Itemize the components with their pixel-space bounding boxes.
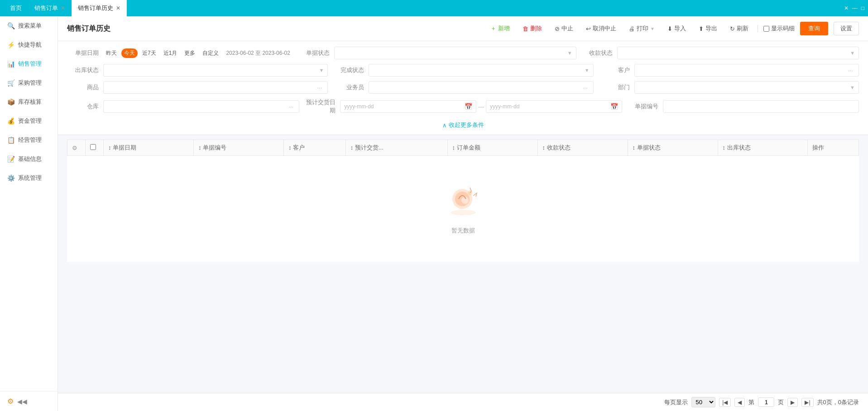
collapse-row[interactable]: ∧ 收起更多条件 <box>67 119 859 129</box>
window-close[interactable]: ✕ <box>844 5 849 11</box>
salesperson-input[interactable]: ··· <box>369 81 593 94</box>
delivery-date-from-input[interactable]: yyyy-mm-dd 📅 <box>340 100 476 113</box>
th-amount: ↕ 订单金额 <box>447 140 537 156</box>
th-checkbox <box>86 140 104 156</box>
warehouse-ellipsis[interactable]: ··· <box>287 103 295 110</box>
calendar-to-icon[interactable]: 📅 <box>610 103 618 110</box>
sidebar-item-sales[interactable]: 📊 销售管理 <box>0 54 58 73</box>
date-btn-today[interactable]: 今天 <box>121 48 138 58</box>
product-input[interactable]: ··· <box>103 81 328 94</box>
query-button[interactable]: 查询 <box>800 22 828 35</box>
sidebar-gear-icon[interactable]: ⚙ <box>7 397 14 406</box>
box-icon: 📦 <box>7 98 14 106</box>
display-columns-input[interactable] <box>763 26 769 32</box>
sidebar-item-inventory[interactable]: 📦 库存核算 <box>0 92 58 111</box>
sidebar-item-search[interactable]: 🔍 搜索菜单 <box>0 16 58 35</box>
delete-btn[interactable]: 🗑 删除 <box>519 23 546 34</box>
customer-ellipsis[interactable]: ··· <box>846 67 855 74</box>
cancel-stop-btn[interactable]: ↩ 取消中止 <box>582 23 620 34</box>
date-btn-7days[interactable]: 近7天 <box>139 48 159 58</box>
product-ellipsis[interactable]: ··· <box>315 84 324 91</box>
content-area: 销售订单历史 ＋ 新增 🗑 删除 ⊘ 中止 ↩ 取消中止 <box>58 16 868 411</box>
search-icon: 🔍 <box>7 22 14 29</box>
customer-input[interactable]: ··· <box>634 64 859 77</box>
settings-icon: ⚙️ <box>7 174 14 182</box>
refresh-icon: ↻ <box>730 25 735 32</box>
th-settings: ⚙ <box>67 140 86 156</box>
table-header: ⚙ ↕ 单据日期 ↕ 单据编号 <box>67 140 859 156</box>
refresh-btn[interactable]: ↻ 刷新 <box>726 23 752 34</box>
payment-status-arrow: ▼ <box>850 50 855 56</box>
completion-status-select[interactable]: ▼ <box>369 64 593 77</box>
stop-btn[interactable]: ⊘ 中止 <box>551 23 577 34</box>
cancel-icon: ↩ <box>586 25 591 32</box>
date-btn-1month[interactable]: 近1月 <box>161 48 180 58</box>
import-btn[interactable]: ⬇ 导入 <box>664 23 690 34</box>
new-btn[interactable]: ＋ 新增 <box>487 23 513 34</box>
sidebar-item-quick-nav[interactable]: ⚡ 快捷导航 <box>0 35 58 54</box>
last-page-btn[interactable]: ▶| <box>801 398 813 407</box>
tab-sales-order-history[interactable]: 销售订单历史 ✕ <box>72 0 127 16</box>
delivery-status-arrow: ▼ <box>319 68 324 73</box>
salesperson-ellipsis[interactable]: ··· <box>581 84 590 91</box>
window-controls: ✕ — □ <box>844 5 864 11</box>
product-label: 商品 <box>67 83 103 92</box>
plus-icon: ＋ <box>490 24 496 33</box>
th-payment-status: ↕ 收款状态 <box>537 140 628 156</box>
date-btn-custom[interactable]: 自定义 <box>200 48 221 58</box>
payment-status-select[interactable]: ▼ <box>617 47 859 59</box>
sidebar-item-finance[interactable]: 💰 资金管理 <box>0 111 58 131</box>
window-maximize[interactable]: □ <box>861 5 864 11</box>
select-all-checkbox[interactable] <box>90 144 96 150</box>
lightning-icon: ⚡ <box>7 41 14 48</box>
tab-home[interactable]: 首页 <box>4 0 28 16</box>
close-tab-sales-order[interactable]: ✕ <box>61 5 65 11</box>
order-no-input[interactable] <box>663 100 859 113</box>
page-number-input[interactable] <box>758 397 774 407</box>
tab-sales-order[interactable]: 销售订单 ✕ <box>28 0 72 16</box>
print-dropdown-icon[interactable]: ▼ <box>650 26 655 31</box>
page-title: 销售订单历史 <box>67 24 110 34</box>
sidebar-item-basic-info[interactable]: 📝 基础信息 <box>0 150 58 169</box>
next-page-btn[interactable]: ▶ <box>787 398 798 407</box>
warehouse-input[interactable]: ··· <box>103 100 299 113</box>
department-select[interactable]: ▼ <box>634 81 859 94</box>
page-size-select[interactable]: 50 10 20 100 <box>691 397 715 407</box>
date-label: 单据日期 <box>67 49 103 57</box>
svg-point-0 <box>451 210 476 215</box>
sidebar-collapse-btn[interactable]: ◀◀ <box>17 398 27 405</box>
date-btn-more[interactable]: 更多 <box>182 48 198 58</box>
delivery-date-to-placeholder: yyyy-mm-dd <box>490 103 519 110</box>
close-tab-sales-order-history[interactable]: ✕ <box>116 5 120 11</box>
date-quick-btns: 昨天 今天 近7天 近1月 更多 自定义 <box>103 48 221 58</box>
toolbar-divider <box>758 25 758 32</box>
customer-label: 客户 <box>598 66 634 74</box>
sidebar-item-purchase[interactable]: 🛒 采购管理 <box>0 73 58 92</box>
date-btn-yesterday[interactable]: 昨天 <box>103 48 120 58</box>
order-status-label: 单据状态 <box>298 49 334 57</box>
window-minimize[interactable]: — <box>852 5 858 11</box>
filter-row-4: 仓库 ··· 预计交货日期 yyyy-mm-dd 📅 — yyyy-mm-dd … <box>67 98 859 115</box>
sidebar-item-system[interactable]: ⚙️ 系统管理 <box>0 169 58 188</box>
delivery-status-select[interactable]: ▼ <box>103 64 328 77</box>
prev-page-btn[interactable]: ◀ <box>734 398 745 407</box>
settings-button[interactable]: 设置 <box>834 22 859 35</box>
display-columns-checkbox[interactable]: 显示码细 <box>763 24 795 33</box>
export-btn[interactable]: ⬆ 导出 <box>695 23 721 34</box>
toolbar: ＋ 新增 🗑 删除 ⊘ 中止 ↩ 取消中止 🖨 打印 <box>487 22 859 35</box>
total-text: 共0页，0条记录 <box>817 398 859 406</box>
filter-row-1: 单据日期 昨天 今天 近7天 近1月 更多 自定义 2023-06-02 至 2… <box>67 47 859 59</box>
print-btn[interactable]: 🖨 打印 ▼ <box>625 23 658 34</box>
chevron-up-icon: ∧ <box>442 122 447 129</box>
sidebar-item-operations[interactable]: 📋 经营管理 <box>0 131 58 150</box>
order-status-select[interactable]: ▼ <box>334 47 576 59</box>
th-delivery-date: ↕ 预计交货... <box>345 140 447 156</box>
table-settings-icon[interactable]: ⚙ <box>72 145 77 151</box>
calendar-from-icon[interactable]: 📅 <box>465 103 472 110</box>
warehouse-label: 仓库 <box>67 102 103 111</box>
first-page-btn[interactable]: |◀ <box>719 398 731 407</box>
department-label: 部门 <box>598 83 634 92</box>
page-size-label: 每页显示 <box>664 398 688 406</box>
delivery-date-to-input[interactable]: yyyy-mm-dd 📅 <box>486 100 622 113</box>
empty-icon <box>445 183 481 219</box>
